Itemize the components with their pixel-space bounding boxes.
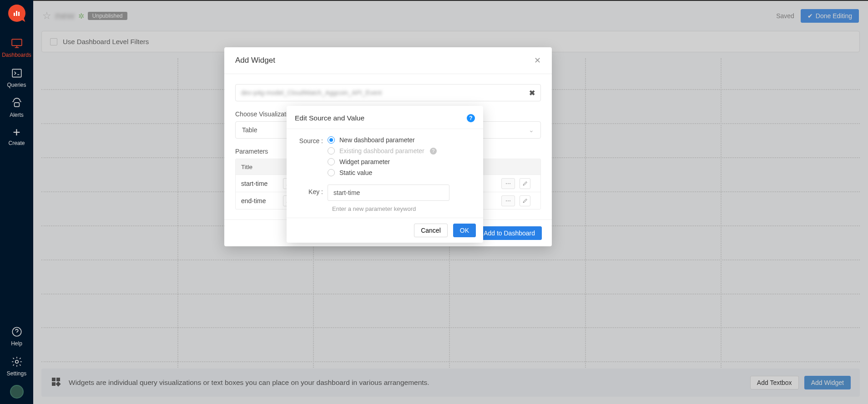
add-to-dashboard-button[interactable]: Add to Dashboard (477, 226, 542, 240)
app-logo (8, 5, 25, 22)
radio-label: New dashboard parameter (339, 136, 415, 144)
main-area: ☆ new ✲ Unpublished Saved ✔Done Editing … (33, 0, 868, 404)
source-label: Source : (295, 136, 328, 180)
clear-icon[interactable]: ✖ (529, 89, 535, 97)
radio-dot-icon (328, 147, 335, 155)
nav-settings[interactable]: Settings (0, 350, 33, 380)
app-sidebar: Dashboards Queries Alerts + Create Help … (0, 0, 33, 404)
key-input[interactable] (328, 185, 449, 201)
nav-alerts[interactable]: Alerts (0, 92, 33, 122)
svg-rect-2 (14, 103, 19, 107)
parameter-name: end-time (241, 197, 278, 204)
nav-label: Help (0, 340, 33, 347)
parameter-name: start-time (241, 180, 278, 187)
terminal-icon (0, 67, 33, 79)
radio-dot-icon (328, 136, 335, 144)
gear-icon (0, 356, 33, 368)
help-icon (0, 326, 33, 338)
radio-static-value[interactable]: Static value (328, 169, 475, 176)
svg-rect-1 (12, 69, 21, 77)
key-hint: Enter a new parameter keyword (332, 205, 475, 212)
plus-icon: + (0, 127, 33, 137)
help-icon[interactable]: ? (467, 114, 475, 122)
popover-title: Edit Source and Value (295, 114, 364, 122)
nav-label: Create (0, 140, 33, 146)
edit-value-button[interactable] (520, 178, 530, 189)
key-label: Key : (295, 185, 328, 201)
nav-label: Settings (0, 370, 33, 377)
svg-rect-0 (12, 39, 22, 45)
radio-label: Existing dashboard parameter (339, 147, 424, 155)
info-icon[interactable]: ? (430, 148, 437, 155)
svg-point-4 (15, 360, 18, 364)
close-icon[interactable]: ✕ (534, 55, 541, 65)
monitor-icon (0, 37, 33, 49)
nav-label: Queries (0, 82, 33, 88)
radio-dot-icon (328, 169, 335, 176)
ok-button[interactable]: OK (453, 224, 476, 237)
nav-help[interactable]: Help (0, 320, 33, 350)
parameter-value-pill: ⋯ (501, 178, 515, 189)
nav-dashboards[interactable]: Dashboards (0, 32, 33, 62)
chevron-down-icon: ⌄ (529, 126, 534, 134)
visualization-value: Table (242, 126, 257, 134)
radio-existing-dashboard-parameter: Existing dashboard parameter ? (328, 147, 475, 155)
nav-create[interactable]: + Create (0, 122, 33, 150)
nav-label: Dashboards (0, 52, 33, 58)
edit-source-popover: Edit Source and Value ? Source : New das… (287, 106, 483, 243)
query-search-input[interactable]: dev-p4g-model_CloudWatch_Aggcoin_API_Eve… (235, 84, 541, 101)
alert-icon (0, 97, 33, 109)
radio-new-dashboard-parameter[interactable]: New dashboard parameter (328, 136, 475, 144)
nav-label: Alerts (0, 112, 33, 118)
edit-value-button[interactable] (520, 195, 530, 206)
nav-queries[interactable]: Queries (0, 62, 33, 92)
modal-title: Add Widget (235, 56, 275, 65)
cancel-button[interactable]: Cancel (414, 224, 448, 237)
parameter-value-pill: ⋯ (501, 195, 515, 206)
avatar[interactable] (10, 385, 24, 399)
radio-widget-parameter[interactable]: Widget parameter (328, 158, 475, 165)
query-search-value: dev-p4g-model_CloudWatch_Aggcoin_API_Eve… (241, 89, 529, 96)
radio-label: Static value (339, 169, 372, 176)
radio-dot-icon (328, 158, 335, 165)
radio-label: Widget parameter (339, 158, 390, 165)
